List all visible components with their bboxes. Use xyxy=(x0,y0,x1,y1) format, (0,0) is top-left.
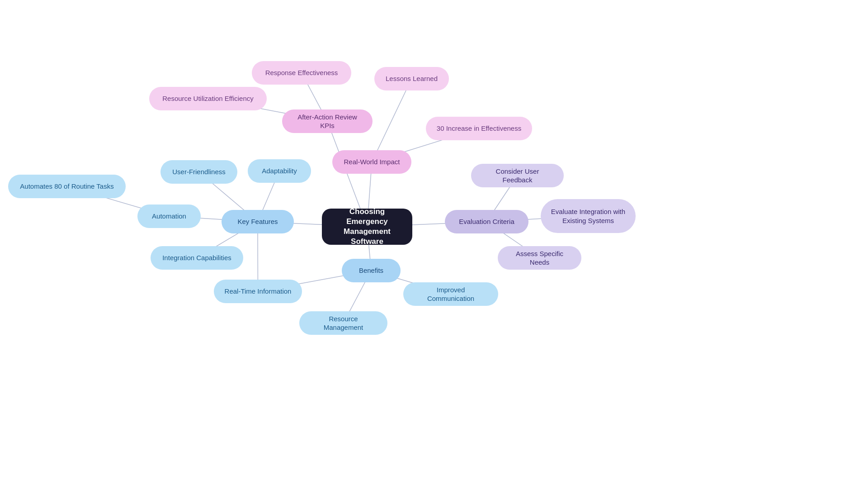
node-assess-specific-needs[interactable]: Assess Specific Needs xyxy=(498,246,581,270)
node-real-world-impact[interactable]: Real-World Impact xyxy=(332,150,411,174)
node-real-time-info[interactable]: Real-Time Information xyxy=(214,280,302,303)
node-evaluation-criteria[interactable]: Evaluation Criteria xyxy=(445,210,528,233)
node-key-features[interactable]: Key Features xyxy=(222,210,294,233)
node-improved-communication[interactable]: Improved Communication xyxy=(403,282,498,306)
node-response-effectiveness[interactable]: Response Effectiveness xyxy=(252,61,351,85)
node-resource-utilization[interactable]: Resource Utilization Efficiency xyxy=(149,87,267,110)
node-evaluate-integration[interactable]: Evaluate Integration with Existing Syste… xyxy=(541,199,636,233)
node-after-action-kpis[interactable]: After-Action Review KPIs xyxy=(282,109,373,133)
node-lessons-learned[interactable]: Lessons Learned xyxy=(374,67,449,90)
node-integration-capabilities[interactable]: Integration Capabilities xyxy=(151,246,243,270)
node-adaptability[interactable]: Adaptability xyxy=(248,159,311,183)
center-node[interactable]: Choosing Emergency Management Software xyxy=(322,209,412,245)
node-benefits[interactable]: Benefits xyxy=(342,259,401,282)
node-resource-management[interactable]: Resource Management xyxy=(299,311,387,335)
node-consider-user-feedback[interactable]: Consider User Feedback xyxy=(471,164,564,187)
node-increase-effectiveness[interactable]: 30 Increase in Effectiveness xyxy=(426,117,532,140)
node-automates-tasks[interactable]: Automates 80 of Routine Tasks xyxy=(8,175,126,198)
node-user-friendliness[interactable]: User-Friendliness xyxy=(160,160,237,184)
node-automation[interactable]: Automation xyxy=(137,205,201,228)
svg-line-13 xyxy=(372,79,412,162)
